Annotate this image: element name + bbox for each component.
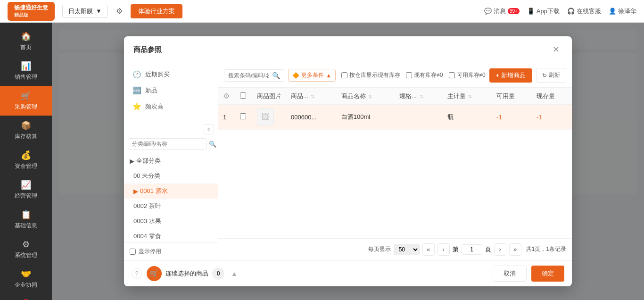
table-row[interactable]: 1 🖼 000600... 白酒100ml [218,105,572,130]
cell-img: 🖼 [252,105,286,130]
recent-purchase-icon: 🕐 [132,70,141,79]
product-search-input[interactable] [228,72,269,79]
th-checkbox [235,88,252,105]
left-panel: 🕐 近期购买 🆕 新品 ⭐ 频次高 [124,63,218,260]
trial-btn[interactable]: 体验行业方案 [131,4,182,18]
footer-buttons: 取消 确定 [493,266,564,282]
select-all-checkbox[interactable] [240,92,246,99]
modal-title: 商品参照 [133,45,162,54]
available-filter[interactable]: 可用库存≠0 [449,71,486,79]
more-filter-btn[interactable]: 🔶 更多条件 ▲ [288,69,336,82]
sidebar: 🏠 首页 📊 销售管理 🛒 采购管理 📦 库存核算 💰 资金管理 📈 经营管理 … [0,23,52,300]
page-input[interactable] [462,244,482,255]
collapse-left-panel-btn[interactable]: « [204,124,214,134]
sort-spec-icon: ⇅ [420,94,423,99]
sales-icon: 📊 [21,61,31,71]
row-checkbox[interactable] [240,113,246,119]
category-all[interactable]: ▶ 全部分类 [124,153,218,168]
page-suffix: 页 [485,245,491,254]
nav-app-download[interactable]: 📱 App下载 [527,7,560,16]
modal-body: 🕐 近期购买 🆕 新品 ⭐ 频次高 [124,63,572,260]
sidebar-item-guide[interactable]: 🎯 新手引导 [0,294,52,300]
category-0002[interactable]: 0002 茶叶 [124,199,218,214]
nav-online-support[interactable]: 🎧 在线客服 [567,7,601,16]
category-00[interactable]: 00 未分类 [124,168,218,183]
purchase-icon: 🛒 [21,91,31,101]
category-search-icon[interactable]: 🔍 [209,141,216,148]
modal-overlay: 商品参照 ✕ 🕐 近期购买 🆕 [52,23,644,300]
help-btn[interactable]: ? [132,268,142,279]
system-icon: ⚙ [22,239,30,250]
available-filter-checkbox[interactable] [449,72,455,78]
category-0003[interactable]: 0003 水果 [124,214,218,229]
th-settings: ⚙ [218,88,235,105]
tab-high-frequency[interactable]: ⭐ 频次高 [128,99,214,114]
nav-messages[interactable]: 💬 消息 99+ [484,7,520,16]
operations-icon: 📈 [21,180,31,190]
refresh-icon: ↻ [542,72,547,79]
collapse-cart-btn[interactable]: ▲ [228,267,240,280]
cart-label: 连续选择的商品 [165,269,208,278]
nav-user[interactable]: 👤 徐泽华 [609,7,636,16]
modal-close-button[interactable]: ✕ [549,43,562,56]
page-total: 共1页，1条记录 [526,245,566,253]
show-disabled-label: 显示停用 [139,248,161,256]
sidebar-item-collab[interactable]: 🤝 企业协同 [0,264,52,294]
th-code[interactable]: 商品... ⇅ [286,88,337,105]
finance-icon: 💰 [21,150,31,160]
sidebar-item-system[interactable]: ⚙ 系统管理 [0,234,52,264]
per-page-select[interactable]: 50 20 100 [394,244,420,255]
stock-filter-checkbox[interactable] [406,72,412,78]
app-logo: 畅捷通好生意 精品版 [8,2,55,21]
th-spec[interactable]: 规格... ⇅ [395,88,442,105]
table-settings-icon[interactable]: ⚙ [223,92,230,100]
inventory-icon: 📦 [21,120,31,131]
sidebar-item-basics[interactable]: 📋 基础信息 [0,205,52,234]
th-name[interactable]: 商品名称 ⇅ [337,88,395,105]
top-nav: 畅捷通好生意 精品版 日太阳膜 ▼ ⚙ 体验行业方案 💬 消息 99+ 📱 Ap… [0,0,644,23]
new-products-icon: 🆕 [132,86,141,95]
confirm-btn[interactable]: 确定 [531,266,564,282]
cell-unit: 瓶 [443,105,492,130]
add-product-btn[interactable]: + 新增商品 [489,68,532,83]
right-panel: 🔍 🔶 更多条件 ▲ 按仓库显示现有库存 [218,63,572,260]
cart-count: 0 [212,267,224,280]
category-0004[interactable]: 0004 零食 [124,229,218,242]
sidebar-item-purchase[interactable]: 🛒 采购管理 [0,86,52,116]
category-search-input[interactable] [128,138,207,150]
show-disabled-checkbox[interactable] [130,249,136,255]
cell-name: 白酒100ml [337,105,395,130]
product-reference-modal: 商品参照 ✕ 🕐 近期购买 🆕 [124,36,572,286]
next-page-btn[interactable]: › [494,243,506,256]
cell-check [235,105,252,130]
cart-icon: 🛒 [147,266,162,281]
cell-spec [395,105,442,130]
sort-unit-icon: ⇅ [468,94,472,99]
product-search-icon[interactable]: 🔍 [272,72,280,79]
sidebar-item-finance[interactable]: 💰 资金管理 [0,145,52,175]
page-label: 第 [453,245,459,254]
filter-icon: 🔶 [292,72,299,79]
th-unit[interactable]: 主计量 ⇅ [443,88,492,105]
refresh-btn[interactable]: ↻ 刷新 [536,68,566,83]
sidebar-item-home[interactable]: 🏠 首页 [0,26,52,56]
tab-new-products[interactable]: 🆕 新品 [128,83,214,98]
last-page-btn[interactable]: » [509,243,521,256]
sort-name-icon: ⇅ [368,94,372,99]
company-selector[interactable]: 日太阳膜 ▼ [62,5,108,18]
tab-recent-purchase[interactable]: 🕐 近期购买 [128,67,214,82]
settings-icon[interactable]: ⚙ [112,4,127,19]
cancel-btn[interactable]: 取消 [493,266,527,282]
th-stock: 现存量 [532,88,572,105]
prev-page-btn[interactable]: ‹ [438,243,450,256]
sidebar-item-operations[interactable]: 📈 经营管理 [0,175,52,205]
warehouse-filter[interactable]: 按仓库显示现有库存 [341,71,400,79]
first-page-btn[interactable]: « [422,243,435,256]
category-list: ▶ 全部分类 00 未分类 ▶ 0001 酒水 0002 茶 [124,153,218,242]
stock-filter[interactable]: 现有库存≠0 [406,71,443,79]
sidebar-item-sales[interactable]: 📊 销售管理 [0,56,52,86]
sidebar-item-inventory[interactable]: 📦 库存核算 [0,116,52,145]
warehouse-filter-checkbox[interactable] [341,72,347,78]
product-table-wrap: ⚙ 商品图片 [218,88,572,238]
category-0001[interactable]: ▶ 0001 酒水 [124,183,218,199]
